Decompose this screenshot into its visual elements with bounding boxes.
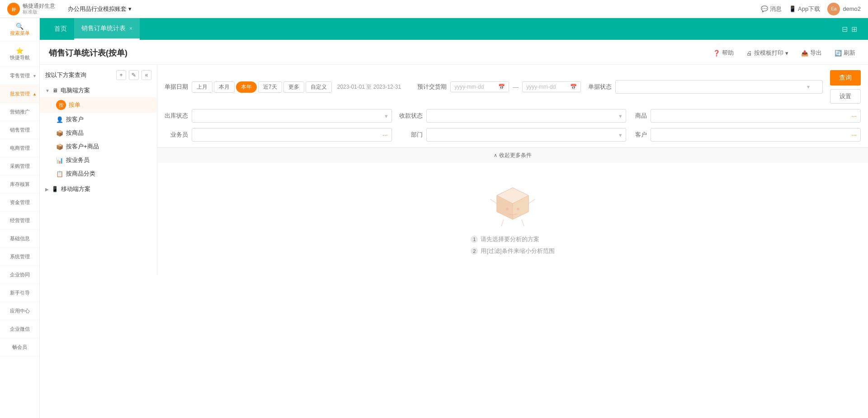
settings-btn[interactable]: 设置 <box>830 89 861 104</box>
custom-btn[interactable]: 自定义 <box>306 81 332 93</box>
customer-scheme-icon: 👤 <box>56 116 63 123</box>
collapse-panel-btn[interactable]: « <box>142 70 151 80</box>
sidebar: 🔍 搜索菜单 ⭐ 快捷导航 零售管理 ▼ 批发管理 ▲ 营销推广 销售管理 电商… <box>0 18 40 418</box>
query-btn[interactable]: 查询 <box>830 70 861 86</box>
sidebar-item-inventory[interactable]: 库存核算 <box>0 176 39 194</box>
expected-date-label: 预计交货期 <box>417 83 447 91</box>
scheme-item-by-cust-goods[interactable]: 📦 按客户+商品 <box>40 140 157 153</box>
sidebar-item-system[interactable]: 系统管理 <box>0 248 39 266</box>
sidebar-item-quicknav[interactable]: ⭐ 快捷导航 <box>0 42 39 67</box>
staff-select[interactable]: ··· <box>192 128 392 142</box>
sidebar-item-enterprise[interactable]: 企业协同 <box>0 266 39 284</box>
tab-home[interactable]: 首页 <box>47 18 74 40</box>
template-print-btn[interactable]: 🖨 按模板打印 ▾ <box>743 47 792 59</box>
this-month-btn[interactable]: 本月 <box>214 81 235 93</box>
refresh-btn[interactable]: 🔄 刷新 <box>831 47 859 59</box>
svg-line-11 <box>522 219 524 226</box>
app-icon: 📱 <box>789 5 796 12</box>
sidebar-item-search[interactable]: 🔍 搜索菜单 <box>0 18 39 42</box>
staff-scheme-icon: 📊 <box>56 157 63 164</box>
company-select[interactable]: 办公用品行业模拟账套 ▾ <box>68 5 132 13</box>
user-avatar-btn[interactable]: Ea demo2 <box>827 3 861 15</box>
status-select[interactable]: ▾ <box>615 80 823 94</box>
sidebar-item-retail[interactable]: 零售管理 ▼ <box>0 67 39 85</box>
last7-btn[interactable]: 近7天 <box>258 81 282 93</box>
page-content: 销售订单统计表(按单) ❓ 帮助 🖨 按模板打印 ▾ 📤 导出 <box>40 40 868 418</box>
out-status-label: 出库状态 <box>165 112 188 120</box>
scheme-label-by-goods: 按商品 <box>66 129 84 137</box>
mobile-section-header[interactable]: ▶ 📱 移动端方案 <box>40 182 157 196</box>
prev-month-btn[interactable]: 上月 <box>192 81 212 93</box>
sidebar-item-wholesale[interactable]: 批发管理 ▲ <box>0 85 39 103</box>
right-content: 单据日期 上月 本月 本年 近7天 更多 自定义 2023-01-01 至 20… <box>157 65 868 275</box>
message-icon: 💬 <box>761 5 768 12</box>
goods-select[interactable]: ··· <box>651 109 861 123</box>
collapse-up-icon: ∧ <box>494 152 497 158</box>
refresh-icon: 🔄 <box>835 50 842 57</box>
chevron-down-icon: ▾ <box>128 5 132 12</box>
sidebar-item-marketing[interactable]: 营销推广 <box>0 103 39 121</box>
message-btn[interactable]: 💬 消息 <box>761 5 782 13</box>
action-buttons: 查询 设置 <box>830 70 861 104</box>
sidebar-item-sales[interactable]: 销售管理 <box>0 121 39 139</box>
tip-num-2: 2 <box>471 247 478 255</box>
expected-date-to[interactable]: yyyy-mm-dd 📅 <box>522 81 581 92</box>
dept-select[interactable]: ▾ <box>426 128 627 142</box>
sidebar-item-basic[interactable]: 基础信息 <box>0 230 39 248</box>
window-minimize-btn[interactable]: ⊟ <box>842 25 848 33</box>
scheme-item-by-goods[interactable]: 📦 按商品 <box>40 126 157 140</box>
add-scheme-btn[interactable]: + <box>116 70 126 80</box>
date-separator: — <box>513 84 519 90</box>
goods-label: 商品 <box>633 112 647 120</box>
date-buttons: 上月 本月 本年 近7天 更多 自定义 <box>192 81 332 93</box>
panel-actions: + ✎ « <box>116 70 151 80</box>
scheme-label-by-customer: 按客户 <box>66 115 84 124</box>
customer-select[interactable]: ··· <box>651 128 861 142</box>
export-btn[interactable]: 📤 导出 <box>797 47 826 59</box>
sidebar-item-ecom[interactable]: 电商管理 <box>0 139 39 157</box>
top-bar-right: 💬 消息 📱 App下载 Ea demo2 <box>761 3 861 15</box>
receive-status-select[interactable]: ▾ <box>426 109 627 123</box>
scheme-item-by-order[interactable]: 按 按单 <box>40 97 157 113</box>
sidebar-item-newbie[interactable]: 新手引导 <box>0 284 39 302</box>
avatar: Ea <box>827 3 840 15</box>
page-actions: ❓ 帮助 🖨 按模板打印 ▾ 📤 导出 🔄 刷新 <box>709 47 859 59</box>
window-maximize-btn[interactable]: ⊞ <box>851 25 857 33</box>
expected-date-from[interactable]: yyyy-mm-dd 📅 <box>450 81 509 92</box>
edit-scheme-btn[interactable]: ✎ <box>129 70 139 80</box>
empty-state-area: 1 请先选择要分析的方案 2 用[过滤]条件来缩小分析范围 <box>157 163 868 275</box>
logo-area: 好 畅捷通好生意 标准版 <box>7 3 55 15</box>
collapse-filters-btn[interactable]: ∧ 收起更多条件 <box>157 147 868 163</box>
pc-section-header[interactable]: ▼ 🖥 电脑端方案 <box>40 84 157 97</box>
app-download-btn[interactable]: 📱 App下载 <box>789 5 820 13</box>
sidebar-item-appcenter[interactable]: 应用中心 <box>0 302 39 320</box>
help-icon: ❓ <box>713 50 720 57</box>
more-btn[interactable]: 更多 <box>283 81 304 93</box>
pc-section-icon: 🖥 <box>52 87 58 94</box>
left-panel: 按以下方案查询 + ✎ « ▼ 🖥 电脑端方案 按 <box>40 65 157 275</box>
mobile-section-label: 移动端方案 <box>61 185 90 193</box>
main-layout: 🔍 搜索菜单 ⭐ 快捷导航 零售管理 ▼ 批发管理 ▲ 营销推广 销售管理 电商… <box>0 18 868 418</box>
scheme-item-by-staff[interactable]: 📊 按业务员 <box>40 153 157 167</box>
dept-filter-group: 部门 ▾ <box>399 128 627 142</box>
pc-section-label: 电脑端方案 <box>61 86 90 95</box>
active-scheme-icon: 按 <box>56 100 66 110</box>
sidebar-item-finance[interactable]: 资金管理 <box>0 194 39 212</box>
scheme-item-by-goods-cat[interactable]: 📋 按商品分类 <box>40 167 157 180</box>
tab-close-icon[interactable]: × <box>129 25 132 32</box>
logo-text: 畅捷通好生意 标准版 <box>23 3 55 15</box>
sidebar-item-purchase[interactable]: 采购管理 <box>0 157 39 176</box>
out-status-select[interactable]: ▾ <box>192 109 392 123</box>
svg-line-8 <box>490 199 497 204</box>
sidebar-item-member[interactable]: 畅会员 <box>0 338 39 356</box>
status-filter-group: 单据状态 ▾ <box>588 80 823 94</box>
cust-goods-scheme-icon: 📦 <box>56 143 63 150</box>
sidebar-item-operation[interactable]: 经营管理 <box>0 212 39 230</box>
this-year-btn[interactable]: 本年 <box>236 81 257 93</box>
tab-sales-stat[interactable]: 销售订单统计表 × <box>74 18 140 40</box>
full-content: 首页 销售订单统计表 × ⊟ ⊞ 销售订单统计表(按单) ❓ 帮助 <box>40 18 868 418</box>
customer-filter-group: 客户 ··· <box>633 128 861 142</box>
scheme-item-by-customer[interactable]: 👤 按客户 <box>40 113 157 126</box>
help-btn[interactable]: ❓ 帮助 <box>709 47 737 59</box>
sidebar-item-corpwechat[interactable]: 企业微信 <box>0 320 39 338</box>
